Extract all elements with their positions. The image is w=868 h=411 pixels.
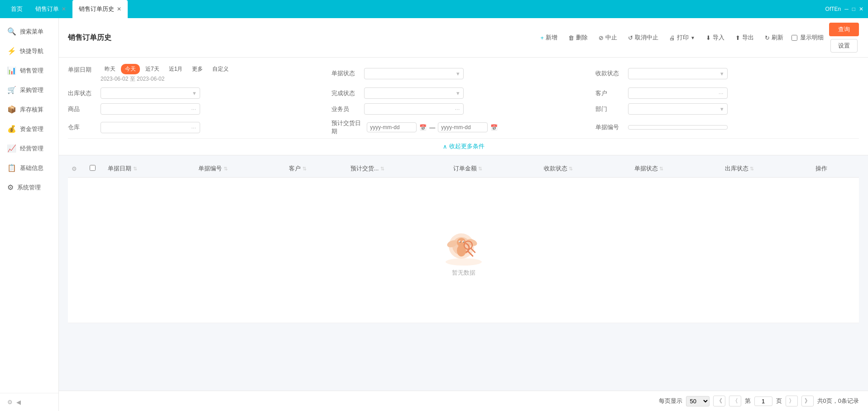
- outbound-status-select[interactable]: ▾: [101, 87, 200, 99]
- warehouse-label: 仓库: [68, 123, 101, 131]
- page-title: 销售订单历史: [68, 33, 111, 43]
- salesperson-input[interactable]: ···: [364, 103, 464, 115]
- calendar-end-icon[interactable]: 📅: [490, 124, 498, 131]
- maximize-btn[interactable]: □: [852, 6, 855, 12]
- tab-sales-order[interactable]: 销售订单 ✕: [29, 0, 72, 18]
- calendar-start-icon[interactable]: 📅: [419, 124, 427, 131]
- sort-icon-outbound[interactable]: ⇅: [750, 166, 754, 171]
- doc-number-label: 单据编号: [595, 123, 628, 131]
- total-text: 共0页，0条记录: [817, 397, 859, 405]
- doc-status-arrow: ▾: [456, 70, 460, 77]
- date-btn-custom[interactable]: 自定义: [208, 64, 233, 74]
- show-detail-toggle[interactable]: 显示明细: [791, 34, 824, 42]
- complete-status-select[interactable]: ▾: [364, 87, 464, 99]
- sort-icon-doc-status[interactable]: ⇅: [659, 166, 663, 171]
- sort-icon-customer[interactable]: ⇅: [302, 166, 307, 171]
- table-area: ⚙ 单据日期 ⇅ 单据编号 ⇅: [59, 155, 868, 391]
- table-settings-icon[interactable]: ⚙: [72, 165, 77, 172]
- delivery-date-end[interactable]: [438, 122, 488, 132]
- stop-btn[interactable]: ⊘ 中止: [596, 32, 620, 44]
- sidebar-item-basic-info[interactable]: 📋 基础信息: [0, 158, 58, 178]
- import-btn[interactable]: ⬇ 导入: [703, 32, 727, 44]
- collapse-btn[interactable]: ∧ 收起更多条件: [443, 140, 484, 152]
- last-page-btn[interactable]: 》: [801, 396, 814, 406]
- basic-info-icon: 📋: [7, 164, 16, 172]
- sidebar-item-inventory[interactable]: 📦 库存核算: [0, 100, 58, 119]
- add-btn[interactable]: + 新增: [538, 32, 561, 44]
- print-btn[interactable]: 🖨 打印 ▼: [667, 32, 698, 44]
- doc-number-input[interactable]: [628, 125, 728, 130]
- tab-home[interactable]: 首页: [5, 0, 29, 18]
- close-tab-sales-order-history[interactable]: ✕: [117, 6, 121, 12]
- purchase-icon: 🛒: [7, 86, 16, 94]
- sort-icon-amount[interactable]: ⇅: [478, 166, 482, 171]
- filter-salesperson: 业务员 ···: [331, 103, 595, 115]
- export-btn[interactable]: ⬆ 导出: [733, 32, 757, 44]
- window-close-btn[interactable]: ✕: [859, 6, 863, 12]
- customer-input[interactable]: ···: [628, 87, 728, 99]
- date-btn-7days[interactable]: 近7天: [141, 64, 163, 74]
- page-size-select[interactable]: 50 20 100 200: [686, 396, 710, 406]
- sidebar-item-purchase[interactable]: 🛒 采购管理: [0, 80, 58, 100]
- tab-sales-order-history[interactable]: 销售订单历史 ✕: [72, 0, 128, 18]
- delivery-date-start[interactable]: [367, 122, 417, 132]
- sort-icon-delivery[interactable]: ⇅: [380, 166, 384, 171]
- filter-collapse-row: ∧ 收起更多条件: [68, 138, 859, 152]
- prev-page-btn[interactable]: 〈: [729, 396, 741, 406]
- outbound-arrow: ▾: [193, 90, 196, 97]
- sidebar-item-sales[interactable]: 📊 销售管理: [0, 61, 58, 80]
- sidebar-item-operations[interactable]: 📈 经营管理: [0, 139, 58, 158]
- salesperson-dots-icon: ···: [455, 106, 460, 112]
- close-tab-sales-order[interactable]: ✕: [62, 6, 66, 12]
- sidebar-item-finance[interactable]: 💰 资金管理: [0, 119, 58, 139]
- empty-state: 暂无数据: [72, 182, 855, 318]
- sort-icon-date[interactable]: ⇅: [133, 166, 137, 171]
- department-select[interactable]: ▾: [628, 103, 728, 115]
- filter-complete-status: 完成状态 ▾: [331, 87, 595, 99]
- payment-status-select[interactable]: ▾: [628, 68, 728, 79]
- svg-point-0: [446, 258, 482, 266]
- filter-doc-number: 单据编号: [595, 119, 859, 135]
- page-number-input[interactable]: [754, 396, 772, 406]
- sidebar-item-system[interactable]: ⚙ 系统管理: [0, 178, 58, 197]
- product-label: 商品: [68, 105, 101, 113]
- sidebar-item-search[interactable]: 🔍 搜索菜单: [0, 22, 58, 41]
- filter-area: 单据日期 昨天 今天 近7天 近1月 更多 自定义 2023-06-02 至 2…: [59, 58, 868, 155]
- show-detail-checkbox[interactable]: [791, 35, 797, 41]
- col-header-outbound: 出库状态 ⇅: [721, 160, 812, 178]
- filter-customer: 客户 ···: [595, 87, 859, 99]
- cancel-stop-btn[interactable]: ↺ 取消中止: [625, 32, 661, 44]
- set-btn[interactable]: 设置: [830, 39, 858, 53]
- page-unit: 页: [776, 397, 782, 405]
- product-input[interactable]: ···: [101, 103, 200, 115]
- minimize-btn[interactable]: ─: [844, 6, 849, 12]
- doc-status-label: 单据状态: [331, 69, 364, 77]
- warehouse-input[interactable]: ···: [101, 122, 200, 133]
- inventory-icon: 📦: [7, 105, 16, 114]
- next-page-btn[interactable]: 〉: [786, 396, 798, 406]
- date-btn-today[interactable]: 今天: [121, 64, 140, 74]
- svg-point-12: [463, 242, 464, 242]
- select-all-checkbox[interactable]: [90, 165, 96, 171]
- first-page-btn[interactable]: 《: [713, 396, 725, 406]
- sidebar-collapse-icon[interactable]: ◀: [16, 399, 21, 406]
- search-menu-icon: 🔍: [7, 27, 16, 36]
- doc-status-select[interactable]: ▾: [364, 68, 464, 79]
- delete-btn[interactable]: 🗑 删除: [566, 32, 590, 44]
- refresh-btn[interactable]: ↻ 刷新: [762, 32, 786, 44]
- query-btn[interactable]: 查询: [829, 23, 859, 36]
- date-btn-yesterday[interactable]: 昨天: [101, 64, 120, 74]
- page-label: 第: [745, 397, 751, 405]
- col-header-payment: 收款状态 ⇅: [540, 160, 631, 178]
- complete-status-arrow: ▾: [456, 90, 460, 97]
- pagination: 每页显示 50 20 100 200 《 〈 第 页 〉 》 共0页，0条记录: [59, 391, 868, 411]
- sidebar-settings-icon[interactable]: ⚙: [7, 399, 13, 406]
- date-btn-more[interactable]: 更多: [188, 64, 207, 74]
- sort-icon-payment[interactable]: ⇅: [569, 166, 573, 171]
- sort-icon-number[interactable]: ⇅: [224, 166, 228, 171]
- sidebar-item-quick-nav[interactable]: ⚡ 快捷导航: [0, 41, 58, 61]
- page-size-label: 每页显示: [659, 397, 682, 405]
- print-dropdown-icon: ▼: [691, 35, 695, 40]
- date-btn-1month[interactable]: 近1月: [165, 64, 187, 74]
- dept-arrow: ▾: [720, 106, 724, 112]
